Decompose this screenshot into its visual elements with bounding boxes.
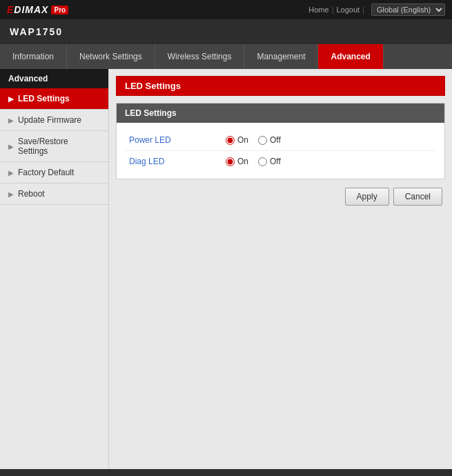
power-led-label: Power LED bbox=[129, 135, 226, 145]
sidebar-item-update-firmware[interactable]: ▶ Update Firmware bbox=[0, 110, 108, 131]
sidebar-item-factory-default[interactable]: ▶ Factory Default bbox=[0, 162, 108, 184]
settings-panel-header: LED Settings bbox=[117, 103, 444, 123]
footer: Copyright 2014 © EDIMAX Technology Co., … bbox=[0, 469, 452, 476]
nav-item-advanced[interactable]: Advanced bbox=[318, 44, 383, 69]
diag-led-row: Diag LED On Off bbox=[125, 151, 436, 172]
main-layout: Advanced ▶ LED Settings ▶ Update Firmwar… bbox=[0, 69, 452, 469]
top-links: Home | Logout | Global (English) bbox=[308, 3, 445, 16]
diag-led-label: Diag LED bbox=[129, 157, 226, 166]
power-led-controls: On Off bbox=[226, 135, 281, 145]
arrow-icon: ▶ bbox=[8, 190, 14, 198]
arrow-icon: ▶ bbox=[8, 143, 14, 150]
power-led-off-radio[interactable] bbox=[258, 136, 267, 145]
action-buttons: Apply Cancel bbox=[116, 188, 445, 206]
power-led-row: Power LED On Off bbox=[125, 130, 436, 151]
power-led-off-label[interactable]: Off bbox=[258, 135, 281, 145]
sep2: | bbox=[362, 6, 364, 14]
diag-led-controls: On Off bbox=[226, 157, 281, 166]
edimax-logo-text: EDIMAX bbox=[7, 4, 48, 15]
logo: EDIMAX Pro bbox=[7, 4, 68, 15]
settings-panel-body: Power LED On Off Diag LED bbox=[117, 123, 444, 179]
logout-link[interactable]: Logout bbox=[336, 6, 360, 14]
top-bar: EDIMAX Pro Home | Logout | Global (Engli… bbox=[0, 0, 452, 19]
sidebar-item-save-restore[interactable]: ▶ Save/Restore Settings bbox=[0, 131, 108, 162]
content-area: LED Settings LED Settings Power LED On O… bbox=[109, 69, 452, 469]
home-link[interactable]: Home bbox=[308, 6, 328, 14]
apply-button[interactable]: Apply bbox=[345, 188, 389, 206]
nav-bar: Information Network Settings Wireless Se… bbox=[0, 44, 452, 69]
diag-led-on-radio[interactable] bbox=[226, 157, 235, 166]
cancel-button[interactable]: Cancel bbox=[393, 188, 442, 206]
sidebar: Advanced ▶ LED Settings ▶ Update Firmwar… bbox=[0, 69, 109, 469]
language-select[interactable]: Global (English) bbox=[371, 3, 445, 16]
diag-led-on-label[interactable]: On bbox=[226, 157, 248, 166]
settings-panel: LED Settings Power LED On Off bbox=[116, 103, 445, 179]
power-led-on-radio[interactable] bbox=[226, 136, 235, 145]
sidebar-item-led-settings[interactable]: ▶ LED Settings bbox=[0, 88, 108, 110]
diag-led-off-radio[interactable] bbox=[258, 157, 267, 166]
pro-badge: Pro bbox=[51, 6, 68, 14]
diag-led-off-label[interactable]: Off bbox=[258, 157, 281, 166]
power-led-on-label[interactable]: On bbox=[226, 135, 248, 145]
nav-item-management[interactable]: Management bbox=[244, 44, 318, 69]
nav-item-information[interactable]: Information bbox=[0, 44, 67, 69]
sidebar-item-reboot[interactable]: ▶ Reboot bbox=[0, 184, 108, 205]
model-bar: WAP1750 bbox=[0, 19, 452, 44]
arrow-icon: ▶ bbox=[8, 169, 14, 177]
arrow-icon: ▶ bbox=[8, 95, 14, 103]
sep1: | bbox=[332, 6, 334, 14]
nav-item-network-settings[interactable]: Network Settings bbox=[67, 44, 155, 69]
nav-item-wireless-settings[interactable]: Wireless Settings bbox=[155, 44, 245, 69]
section-title: LED Settings bbox=[116, 76, 445, 96]
sidebar-header: Advanced bbox=[0, 69, 108, 88]
arrow-icon: ▶ bbox=[8, 117, 14, 124]
model-name: WAP1750 bbox=[10, 26, 63, 37]
